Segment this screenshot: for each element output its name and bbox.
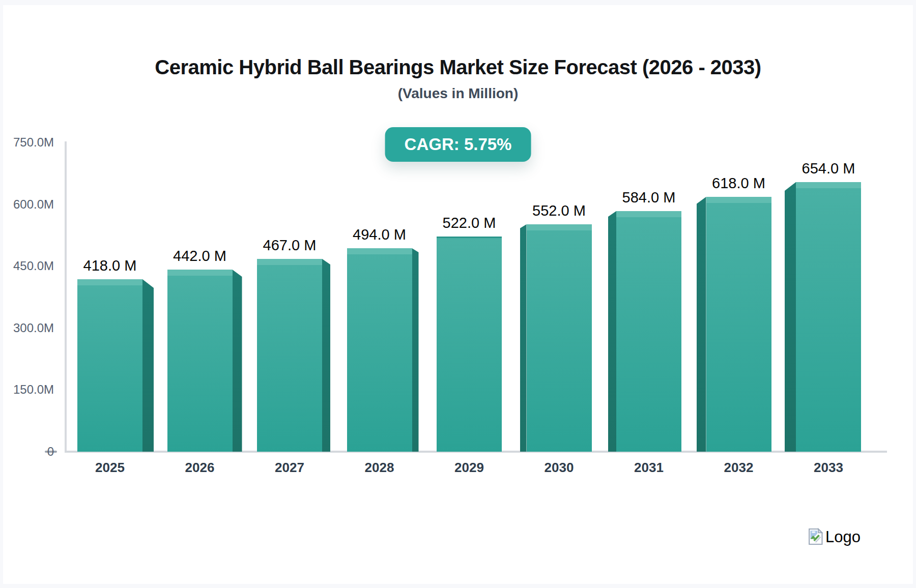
bar-side-face <box>785 182 796 452</box>
bar-top-face <box>347 248 412 254</box>
bar-top-face <box>616 211 681 217</box>
bar <box>167 270 233 452</box>
bar-side-face <box>233 270 242 452</box>
chart-card: Ceramic Hybrid Ball Bearings Market Size… <box>3 5 913 584</box>
x-axis-category-label: 2026 <box>155 460 245 476</box>
y-axis-tick-label: 150.0M <box>3 383 54 397</box>
bar <box>257 259 322 452</box>
bar-top-face <box>257 259 322 265</box>
y-axis-tick-label: 300.0M <box>3 321 54 335</box>
x-axis-category-label: 2028 <box>335 460 424 476</box>
bar-value-label: 654.0 M <box>767 160 890 177</box>
bar-side-face <box>608 211 616 452</box>
y-axis-tick-label: 0 <box>3 445 54 459</box>
y-axis-line <box>65 141 67 452</box>
bar <box>437 237 502 452</box>
bar-top-face <box>77 279 142 285</box>
plot-area: 0150.0M300.0M450.0M600.0M750.0M418.0 M20… <box>3 5 913 584</box>
x-axis-category-label: 2031 <box>604 460 694 476</box>
bar <box>77 279 142 452</box>
x-axis-category-label: 2030 <box>514 460 604 476</box>
x-axis-category-label: 2025 <box>65 460 155 476</box>
y-axis-tick-label: 750.0M <box>3 135 54 150</box>
bar-top-face <box>796 182 861 188</box>
x-axis-category-label: 2027 <box>245 460 334 476</box>
bar-top-face <box>706 197 771 203</box>
bar <box>796 182 861 452</box>
bar-value-label: 618.0 M <box>678 174 800 192</box>
logo-alt-text: Logo <box>825 528 861 546</box>
x-axis-category-label: 2032 <box>694 460 784 476</box>
y-axis-tick-label: 600.0M <box>3 197 54 212</box>
bar-top-face <box>167 270 233 276</box>
x-axis-category-label: 2033 <box>784 460 873 476</box>
logo: Logo <box>806 527 861 546</box>
bar-side-face <box>697 197 706 452</box>
bar <box>706 197 771 452</box>
bar <box>616 211 681 452</box>
bar <box>347 248 412 452</box>
bar <box>527 224 592 452</box>
cagr-badge: CAGR: 5.75% <box>385 127 531 162</box>
bar-side-face <box>142 279 154 452</box>
bar-top-face <box>527 224 592 230</box>
cagr-badge-label: CAGR: 5.75% <box>405 135 512 154</box>
y-axis-tick-label: 450.0M <box>3 259 54 273</box>
bar-side-face <box>520 224 527 452</box>
bar-side-face <box>412 248 419 452</box>
x-axis-category-label: 2029 <box>424 460 514 476</box>
broken-image-icon <box>806 527 825 546</box>
bar-side-face <box>322 259 330 452</box>
